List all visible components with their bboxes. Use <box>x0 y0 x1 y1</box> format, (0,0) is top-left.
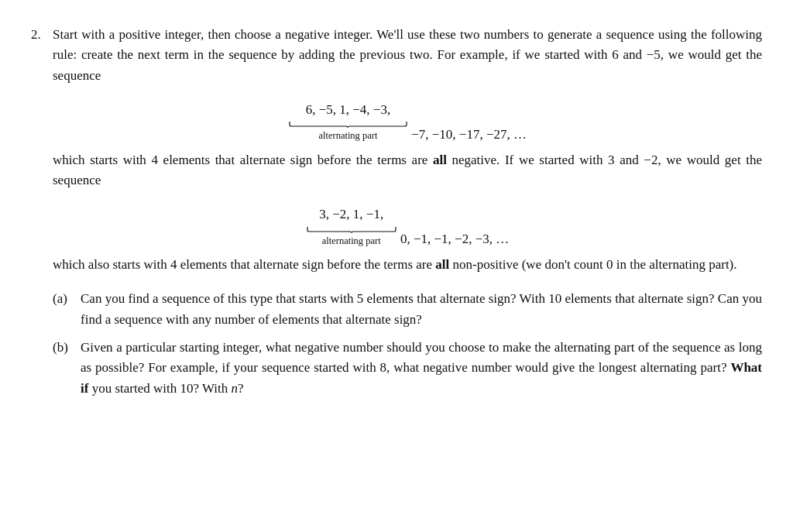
sequence-2-display: 3, −2, 1, −1, alternating part 0, −1, −1… <box>53 204 762 250</box>
sequence-2-braced: 3, −2, 1, −1, alternating part <box>306 204 397 249</box>
sequence-1-rest: −7, −10, −17, −27, … <box>408 127 527 142</box>
part-a-text: Can you find a sequence of this type tha… <box>81 291 762 326</box>
sequence-1-under-text: 6, −5, 1, −4, −3, <box>306 102 391 117</box>
part-a-content: Can you find a sequence of this type tha… <box>81 289 762 330</box>
underbrace-2-svg <box>306 225 397 233</box>
sequence-1-braced-text: 6, −5, 1, −4, −3, <box>288 100 408 120</box>
sequence-2-braced-text: 3, −2, 1, −1, <box>306 204 397 225</box>
mid-text-2-bold: all <box>435 257 449 272</box>
intro-content: Start with a positive integer, then choo… <box>53 27 762 83</box>
underbrace-1-svg <box>288 120 408 128</box>
part-b-text3: you started with 10? With <box>88 381 231 396</box>
part-a: (a) Can you find a sequence of this type… <box>53 289 762 330</box>
intro-text: Start with a positive integer, then choo… <box>53 25 762 86</box>
part-b-label: (b) <box>53 338 77 358</box>
part-a-label: (a) <box>53 289 77 309</box>
problem-container: 2. Start with a positive integer, then c… <box>31 25 762 407</box>
sequence-1-braced: 6, −5, 1, −4, −3, alternating part <box>288 100 408 144</box>
part-b-text5: ? <box>238 381 244 396</box>
part-b-content: Given a particular starting integer, wha… <box>81 338 762 399</box>
mid-text-2-rest: non-positive (we don't count 0 in the al… <box>449 257 736 272</box>
sequence-2-rest: 0, −1, −1, −2, −3, … <box>397 232 510 247</box>
sequence-2-under-text: 3, −2, 1, −1, <box>319 207 383 221</box>
mid-text-2: which also starts with 4 elements that a… <box>53 255 762 275</box>
parts-list: (a) Can you find a sequence of this type… <box>53 289 762 399</box>
sequence-2-block: 3, −2, 1, −1, alternating part 0, −1, −1… <box>53 204 762 250</box>
part-b: (b) Given a particular starting integer,… <box>53 338 762 399</box>
sequence-1-display: 6, −5, 1, −4, −3, alternating part −7, −… <box>53 100 762 146</box>
part-b-n: n <box>231 381 238 396</box>
mid-text-2-start: which also starts with 4 elements that a… <box>53 257 435 272</box>
part-b-text1: Given a particular starting integer, wha… <box>81 340 762 375</box>
sequence-1-block: 6, −5, 1, −4, −3, alternating part −7, −… <box>53 100 762 146</box>
problem-number: 2. <box>31 25 53 45</box>
sequence-2-label: alternating part <box>306 234 397 249</box>
mid-text-1-start: which starts with 4 elements that altern… <box>53 153 433 167</box>
problem-body: Start with a positive integer, then choo… <box>53 25 762 407</box>
mid-text-1: which starts with 4 elements that altern… <box>53 150 762 191</box>
mid-text-1-bold: all <box>433 153 447 167</box>
sequence-1-label: alternating part <box>288 129 408 143</box>
